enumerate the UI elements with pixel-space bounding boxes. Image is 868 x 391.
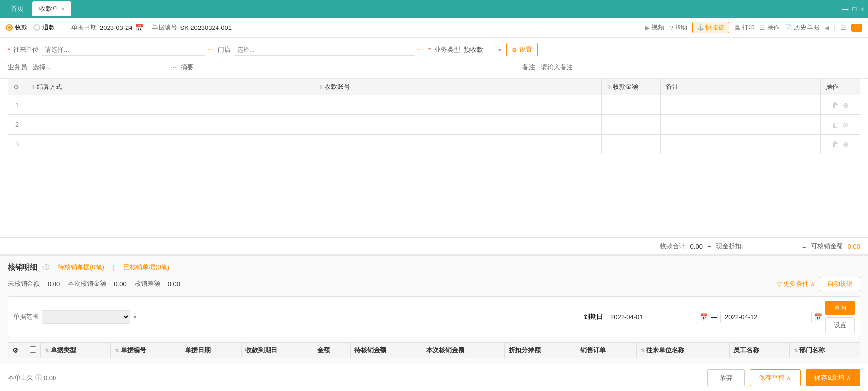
row-copy-icon-2[interactable]: ⊕: [843, 121, 849, 129]
discount-input[interactable]: [748, 242, 797, 250]
tab-pending[interactable]: 待核销单据(0笔): [55, 262, 107, 273]
row-amount-1[interactable]: [602, 95, 661, 115]
row-amount-2[interactable]: [602, 115, 661, 135]
radio-receive[interactable]: 收款: [6, 23, 27, 32]
print-btn[interactable]: 🖶 打印: [734, 23, 755, 32]
save-new-chevron[interactable]: ∧: [846, 374, 851, 382]
row-copy-icon-1[interactable]: ⊕: [843, 101, 849, 109]
settings-btn[interactable]: ⚙ 设置: [506, 43, 538, 56]
biz-type-field: * 业务类型 预收款 ▼ ⚙ 设置: [428, 43, 860, 56]
remark-field: 备注: [522, 61, 860, 73]
biz-type-value: 预收款: [464, 45, 493, 54]
video-btn[interactable]: ▶ 视频: [645, 23, 664, 32]
row-num-2: 2: [8, 115, 26, 135]
setting-btn[interactable]: 设置: [825, 317, 855, 333]
grid-icon[interactable]: ☷: [851, 24, 862, 32]
counterpart-more-btn[interactable]: ···: [208, 45, 214, 54]
row-settlement-3[interactable]: [26, 135, 314, 154]
filter-range-label: 单据范围: [13, 312, 39, 321]
this-cancel-value: 0.00: [114, 280, 126, 288]
auto-cancel-btn[interactable]: 自动核销: [820, 277, 860, 291]
filter-row: 单据范围 ▾ 到期日 📅 — 📅 查询 设置: [8, 296, 860, 337]
row-settlement-2[interactable]: [26, 115, 314, 135]
row-remark-1[interactable]: [661, 95, 821, 115]
uncancelled-label: 未核销金额: [8, 279, 40, 288]
verify-section: 核销明细 ⓘ 待核销单据(0笔) | 已核销单据(0笔) 未核销金额 0.00 …: [0, 254, 868, 364]
filter-range-select[interactable]: [42, 310, 130, 324]
row-amount-3[interactable]: [602, 135, 661, 154]
save-new-btn[interactable]: 保存&新增 ∧: [806, 369, 860, 386]
shortcut-btn[interactable]: ⚓ 快捷键: [692, 22, 729, 33]
row-actions-1: 🗑 ⊕: [821, 95, 860, 115]
query-btn[interactable]: 查询: [825, 301, 855, 315]
form-row-2: 业务员 ··· 摘要 备注: [8, 61, 860, 73]
verify-info-icon[interactable]: ⓘ: [43, 263, 49, 272]
date-value[interactable]: 2023-03-24: [100, 24, 133, 31]
form-section: * 往来单位 ··· 门店 ··· * 业务类型 预收款 ▼ ⚙: [0, 38, 868, 79]
remark-input[interactable]: [538, 61, 860, 73]
vth-settings[interactable]: ⚙: [8, 343, 26, 358]
row-delete-icon-3[interactable]: 🗑: [832, 140, 839, 148]
help-btn[interactable]: ? 帮助: [669, 23, 687, 32]
discount-label: 现金折扣:: [716, 242, 743, 251]
row-delete-icon-2[interactable]: 🗑: [832, 121, 839, 129]
th-amount: ⇅ 收款金额: [602, 79, 661, 95]
biz-type-chevron[interactable]: ▼: [497, 47, 502, 53]
list-icon[interactable]: ☰: [841, 24, 846, 31]
date-to-input[interactable]: [720, 311, 812, 323]
tab-separator: |: [113, 264, 114, 271]
store-more-btn[interactable]: ···: [418, 45, 424, 54]
window-close-btn[interactable]: ×: [860, 5, 864, 13]
history-btn[interactable]: 📄 历史单据: [785, 23, 819, 32]
tab-home[interactable]: 首页: [4, 1, 30, 16]
radio-refund[interactable]: 退款: [33, 23, 55, 32]
settings-icon: ⚙: [512, 46, 517, 54]
row-account-3[interactable]: [314, 135, 602, 154]
more-conditions-btn[interactable]: ▽ 更多条件 ∧: [777, 279, 815, 288]
row-delete-icon-1[interactable]: 🗑: [832, 101, 839, 109]
toolbar-actions: ▶ 视频 ? 帮助 ⚓ 快捷键 🖶 打印 ☰ 操作 📄 历史单据 ◀: [645, 22, 862, 33]
summary-label: 摘要: [181, 63, 193, 72]
table-settings-icon[interactable]: ⚙: [13, 84, 19, 91]
verify-stats: 未核销金额 0.00 本次核销金额 0.00 核销差额 0.00 ▽ 更多条件 …: [8, 277, 860, 291]
staff-input[interactable]: [30, 61, 167, 73]
th-settings[interactable]: ⚙: [8, 79, 26, 95]
discard-btn[interactable]: 放弃: [707, 369, 745, 386]
main-content: 收款 退款 单据日期 2023-03-24 📅 单据编号 SK-20230324…: [0, 18, 868, 391]
date-label: 单据日期: [71, 23, 97, 32]
save-draft-btn[interactable]: 保存草稿 ∧: [750, 369, 801, 386]
window-minimize-btn[interactable]: —: [842, 5, 849, 13]
calendar-to-icon[interactable]: 📅: [814, 313, 822, 321]
save-draft-chevron[interactable]: ∧: [787, 374, 791, 382]
tab-current[interactable]: 收款单 ×: [32, 1, 71, 16]
calendar-icon[interactable]: 📅: [136, 24, 144, 31]
vth-pending-cancel: 待核销金额: [351, 343, 422, 358]
tab-bar: 首页 收款单 × — □ ×: [0, 0, 868, 18]
row-settlement-1[interactable]: [26, 95, 314, 115]
counterpart-input[interactable]: [42, 44, 205, 56]
row-remark-3[interactable]: [661, 135, 821, 154]
window-maximize-btn[interactable]: □: [853, 5, 857, 13]
calendar-from-icon[interactable]: 📅: [700, 313, 708, 321]
staff-label: 业务员: [8, 63, 27, 72]
diff-value: 0.00: [168, 280, 180, 288]
row-remark-2[interactable]: [661, 115, 821, 135]
operate-btn[interactable]: ☰ 操作: [760, 23, 780, 32]
vth-checkbox[interactable]: [26, 343, 41, 358]
row-copy-icon-3[interactable]: ⊕: [843, 140, 849, 148]
select-all-checkbox[interactable]: [30, 346, 36, 353]
prev-info-icon[interactable]: ⓘ: [35, 373, 42, 382]
tab-close-icon[interactable]: ×: [61, 6, 64, 12]
equals-sign: =: [802, 243, 806, 250]
store-input[interactable]: [234, 44, 415, 56]
row-account-1[interactable]: [314, 95, 602, 115]
number-value[interactable]: SK-20230324-001: [180, 24, 232, 31]
prev-icon[interactable]: ◀: [824, 24, 829, 31]
date-from-input[interactable]: [606, 311, 697, 323]
vth-discount: 折扣分摊额: [505, 343, 576, 358]
vtable-settings-icon[interactable]: ⚙: [12, 347, 18, 354]
row-account-2[interactable]: [314, 115, 602, 135]
tab-done[interactable]: 已核销单据(0笔): [120, 262, 172, 273]
staff-more-btn[interactable]: ···: [170, 63, 177, 72]
summary-input[interactable]: [196, 61, 518, 73]
